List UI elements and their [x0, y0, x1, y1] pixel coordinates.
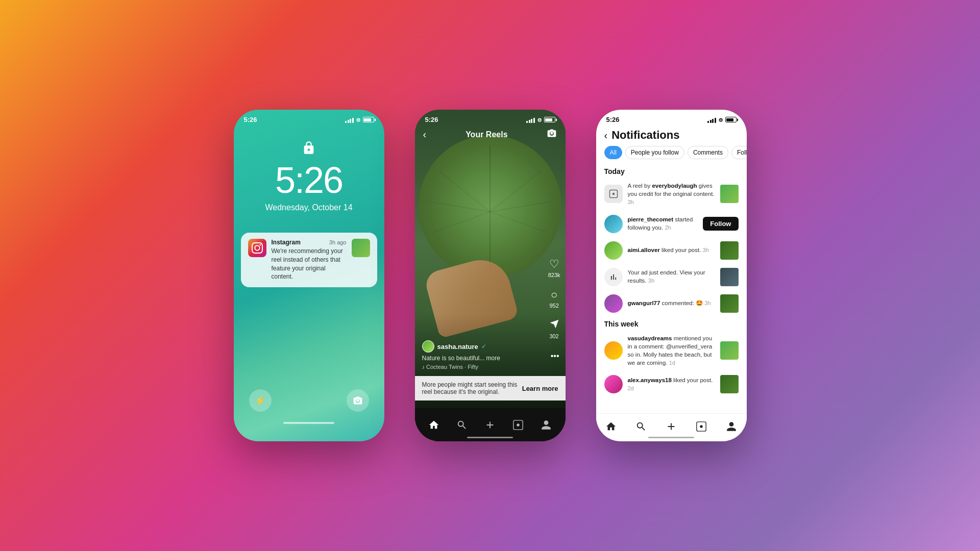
chart-icon	[604, 268, 623, 286]
lock-status-icons: ⌾	[345, 116, 374, 123]
add-icon	[666, 421, 677, 432]
notif-status-time: 5:26	[606, 116, 620, 123]
notification-text: We're recommending your reel instead of …	[272, 247, 347, 281]
vasudaydreams-avatar	[604, 341, 623, 360]
heart-icon: ♡	[549, 258, 559, 271]
notification-item-follow[interactable]: pierre_thecomet started following you. 2…	[596, 211, 747, 237]
reel-comment-button[interactable]: ○ 952	[549, 288, 558, 309]
reel-share-count: 302	[549, 333, 558, 339]
reel-camera-button[interactable]	[547, 128, 557, 141]
follow-button[interactable]: Follow	[703, 217, 738, 231]
reel-title: Your Reels	[465, 130, 507, 139]
profile-icon	[726, 421, 737, 432]
camera-icon	[353, 395, 363, 406]
instagram-icon	[248, 239, 266, 257]
notif-battery-icon	[725, 117, 737, 122]
reel-more-options[interactable]: •••	[551, 352, 559, 361]
notif-status-icons: ⌾	[707, 116, 737, 123]
bar-chart-icon	[609, 272, 618, 282]
lock-bottom-controls: ⚡	[234, 389, 384, 412]
notif-nav-profile[interactable]	[726, 421, 737, 435]
svg-line-5	[434, 212, 490, 232]
notification-item-like[interactable]: aimi.allover liked your post. 3h	[596, 237, 747, 264]
filter-tab-all[interactable]: All	[604, 146, 622, 159]
lock-icon	[302, 141, 316, 155]
filter-tab-follows[interactable]: Follows	[731, 146, 747, 159]
reel-comment-count: 952	[549, 303, 558, 309]
svg-line-2	[490, 171, 541, 212]
filter-tab-comments[interactable]: Comments	[688, 146, 728, 159]
reel-share-button[interactable]: 302	[549, 319, 559, 339]
svg-point-12	[700, 425, 703, 428]
paper-plane-icon	[549, 319, 559, 329]
notification-item-mention[interactable]: vasudaydreams mentioned you in a comment…	[596, 330, 747, 371]
back-button[interactable]: ‹	[604, 130, 608, 141]
learn-more-button[interactable]: Learn more	[522, 385, 558, 392]
lock-time-display: 5:26	[234, 159, 384, 201]
lock-date-display: Wednesday, October 14	[234, 203, 384, 212]
lock-status-bar: 5:26 ⌾	[234, 110, 384, 126]
notification-time: 3h ago	[329, 239, 347, 245]
banner-text: More people might start seeing this reel…	[422, 381, 518, 395]
battery-icon	[363, 117, 374, 122]
notif-nav-search[interactable]	[635, 421, 647, 435]
comment-icon: ○	[551, 288, 557, 302]
phone-notifications-screen: 5:26 ⌾ ‹ Notifications All People you fo…	[596, 110, 747, 441]
gwangurl-avatar	[604, 294, 623, 313]
reel-home-indicator[interactable]	[467, 437, 513, 438]
ad-notif-thumb	[720, 268, 739, 286]
like-week-notif-thumb	[720, 375, 739, 393]
camera-icon	[547, 128, 557, 138]
svg-line-6	[490, 212, 546, 232]
lock-status-time: 5:26	[244, 116, 257, 123]
alex-avatar	[604, 375, 623, 393]
pierre-avatar	[604, 215, 623, 233]
notification-item-ad[interactable]: Your ad just ended. View your results. 3…	[596, 264, 747, 290]
lock-notification-card[interactable]: Instagram 3h ago We're recommending your…	[241, 233, 377, 287]
reel-user-info: sasha.nature ✓ Nature is so beautiful...…	[422, 340, 535, 370]
reel-caption: Nature is so beautiful... more	[422, 355, 535, 362]
reel-header: ‹ Your Reels	[415, 110, 566, 145]
notif-nav-add[interactable]	[666, 421, 677, 435]
instagram-logo-icon	[252, 242, 263, 254]
notif-nav-home[interactable]	[605, 421, 617, 435]
this-week-section-label: This week	[596, 317, 747, 330]
ad-notif-text: Your ad just ended. View your results. 3…	[628, 268, 715, 285]
notification-item-like-week[interactable]: alex.anyways18 liked your post. 2d	[596, 371, 747, 397]
reel-notif-thumb	[720, 185, 739, 203]
reel-like-count: 823k	[548, 272, 560, 278]
reel-nav-search[interactable]	[456, 419, 468, 431]
verified-icon: ✓	[481, 343, 486, 350]
signal-icon	[345, 117, 354, 123]
aimi-avatar	[604, 241, 623, 260]
reel-nav-reels[interactable]	[512, 419, 524, 431]
filter-tab-people-you-follow[interactable]: People you follow	[625, 146, 684, 159]
like-notif-thumb	[720, 241, 739, 260]
reel-back-button[interactable]: ‹	[423, 129, 427, 140]
filter-tabs: All People you follow Comments Follows	[596, 146, 747, 164]
notification-content: Instagram 3h ago We're recommending your…	[272, 239, 347, 281]
reel-nav-profile[interactable]	[541, 419, 552, 431]
notif-status-bar: 5:26 ⌾	[596, 110, 747, 126]
notif-signal-icon	[707, 117, 716, 123]
svg-point-8	[517, 423, 520, 427]
phone-lock-screen: 5:26 ⌾ 5:26 Wednesday, October 14	[234, 110, 384, 441]
home-indicator[interactable]	[283, 422, 334, 424]
reel-nav-add[interactable]	[484, 419, 496, 431]
home-icon	[428, 419, 439, 431]
camera-button[interactable]	[347, 389, 369, 412]
notification-item-reel[interactable]: A reel by everybodylaugh gives you credi…	[596, 178, 747, 211]
lock-icon-area	[234, 141, 384, 155]
reel-like-button[interactable]: ♡ 823k	[548, 258, 560, 278]
notifications-title: Notifications	[611, 129, 679, 142]
notif-nav-reels[interactable]	[696, 421, 707, 435]
reel-notif-text: A reel by everybodylaugh gives you credi…	[628, 182, 715, 207]
follow-notif-text: pierre_thecomet started following you. 2…	[628, 215, 698, 232]
notif-home-indicator[interactable]	[648, 437, 694, 438]
original-content-banner: More people might start seeing this reel…	[415, 376, 566, 400]
reel-nav-home[interactable]	[428, 419, 439, 431]
reel-user-avatar	[422, 340, 434, 353]
flashlight-button[interactable]: ⚡	[249, 389, 272, 412]
notification-item-comment[interactable]: gwangurl77 commented: 🤩 3h	[596, 290, 747, 317]
like-notif-text: aimi.allover liked your post. 3h	[628, 246, 715, 254]
